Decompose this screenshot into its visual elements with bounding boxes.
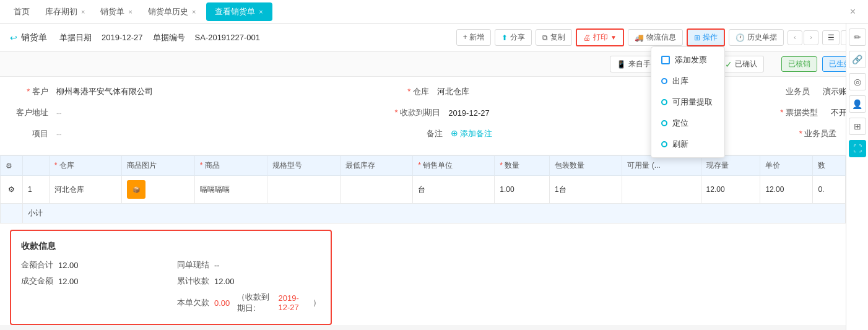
next-arrow[interactable]: › [804,30,818,45]
row-warehouse[interactable]: 河北仓库 [49,176,122,204]
refresh-menu-icon [661,141,667,147]
balance-due-label: 本单欠款 [177,297,209,308]
subtotal-settings [1,204,23,224]
outbound-icon [661,78,667,84]
close-inventory-init[interactable]: × [81,8,85,15]
edit-icon: ✏ [854,32,861,42]
history-button[interactable]: 🕐 历史单据 [729,29,784,46]
dropdown-outbound[interactable]: 出库 [651,71,724,92]
print-button[interactable]: 🖨 打印 ▼ [576,28,624,46]
tab-inventory-init[interactable]: 库存期初 × [38,0,93,24]
nav-arrows: ‹ › [788,30,818,45]
dropdown-refresh[interactable]: 刷新 [651,134,724,155]
date-label: 单据日期 [59,32,92,43]
doc-actions: + 新增 ⬆ 分享 ⧉ 复制 🖨 打印 ▼ 🚚 物流信息 ⊞ [456,28,858,46]
doc-header: ↩ 销货单 单据日期 2019-12-27 单据编号 SA-20191227-0… [0,24,868,52]
add-invoice-icon [661,56,670,64]
accumulated-payment-label: 累计收款 [177,276,209,287]
subtotal-label: 小计 [23,204,846,224]
info-section: 收款信息 金额合计 12.00 同单现结 -- 成交金额 12.00 累计收款 … [10,230,332,325]
table-wrapper: ⚙ 仓库 商品图片 商品 规格型号 最低库存 销售单位 数量 包装数量 可用量 … [0,155,868,224]
balance-due-suffix: （收款到期日: [237,292,273,314]
address-field: 客户地址 -- [10,106,395,119]
close-view-sales[interactable]: × [259,8,263,15]
close-all-tabs[interactable]: × [844,6,862,17]
tab-home[interactable]: 首页 [6,0,38,24]
row-available[interactable] [622,176,701,204]
dropdown-available-qty[interactable]: 可用量提取 [651,92,724,113]
row-pack-qty[interactable]: 1台 [549,176,622,204]
warehouse-label: 仓库 [391,86,434,97]
col-sales-unit: 销售单位 [413,156,495,176]
ops-button[interactable]: ⊞ 操作 [687,28,725,46]
logistics-button[interactable]: 🚚 物流信息 [628,29,683,46]
project-value[interactable]: -- [53,128,404,141]
form-section: 客户 柳州粤港平安气体有限公司 仓库 河北仓库 业务员 演示账号 客户地址 --… [0,77,868,155]
row-quantity[interactable]: 1.00 [495,176,550,204]
form-row-2: 客户地址 -- 收款到期日 2019-12-27 票据类型 不开票 [10,105,858,120]
row-min-stock[interactable] [340,176,413,204]
confirm-btn[interactable]: ✓ 已确认 [718,56,764,72]
row-product[interactable]: 嗝嗝嗝嗝 [194,176,267,204]
customer-field: 客户 柳州粤港平安气体有限公司 [10,84,391,99]
row-sales-unit[interactable]: 台 [413,176,495,204]
sidebar-tag-icon[interactable]: ⊞ [849,118,866,135]
total-amount-value: 12.00 [58,261,79,270]
sidebar-expand-icon[interactable]: ⛶ [849,140,866,157]
col-quantity: 数量 [495,156,550,176]
prev-arrow[interactable]: ‹ [788,30,802,45]
info-total-amount: 金额合计 12.00 [21,259,165,271]
address-value[interactable]: -- [53,106,395,119]
new-button[interactable]: + 新增 [456,29,491,46]
row-unit-price[interactable]: 12.00 [760,176,813,204]
row-stock[interactable]: 12.00 [701,176,760,204]
action-row: 📱 来自手机 未开票 ✓ 已确认 已核销 已生效 [0,52,868,77]
info-same-settlement: 同单现结 -- [177,259,321,271]
row-image: 📦 [122,176,195,204]
row-more[interactable]: 0. [813,176,846,204]
close-sales-history[interactable]: × [192,8,196,15]
remark-field: 备注 ⊕ 添加备注 [404,126,799,141]
check-icon: ✓ [725,59,732,69]
remark-value[interactable]: ⊕ 添加备注 [448,126,799,141]
balance-due-end: ） [313,297,321,308]
row-spec[interactable] [267,176,341,204]
share-button[interactable]: ⬆ 分享 [495,29,532,46]
tab-sales-history[interactable]: 销货单历史 × [141,0,204,24]
main-area: ↩ 销货单 单据日期 2019-12-27 单据编号 SA-20191227-0… [0,24,868,325]
deal-amount-value: 12.00 [58,277,79,286]
dropdown-locate[interactable]: 定位 [651,113,724,134]
form-row-3: 项目 -- 备注 ⊕ 添加备注 业务员孟 -- [10,126,858,141]
list-view-btn[interactable]: ☰ [822,30,840,45]
sidebar-link-icon[interactable]: 🔗 [849,51,866,68]
payment-date-value[interactable]: 2019-12-27 [445,106,779,119]
ticket-label: 票据类型 [779,107,823,118]
col-image: 商品图片 [122,156,195,176]
info-balance-due: 本单欠款 0.00 （收款到期日: 2019-12-27 ） [177,292,321,314]
status-cancelled[interactable]: 已核销 [781,56,817,72]
date-value: 2019-12-27 [102,33,143,42]
customer-value[interactable]: 柳州粤港平安气体有限公司 [53,84,391,99]
table-header-row: ⚙ 仓库 商品图片 商品 规格型号 最低库存 销售单位 数量 包装数量 可用量 … [1,156,846,176]
dropdown-add-invoice[interactable]: 添加发票 [651,50,724,71]
accumulated-payment-value: 12.00 [214,277,235,286]
info-empty [21,292,165,314]
row-settings[interactable]: ⚙ [1,176,23,204]
sidebar-user-icon[interactable]: 👤 [849,95,866,113]
tab-view-sales[interactable]: 查看销货单 × [206,2,272,21]
ops-wrapper: ⊞ 操作 添加发票 出库 可用量提取 [687,28,725,46]
data-table: ⚙ 仓库 商品图片 商品 规格型号 最低库存 销售单位 数量 包装数量 可用量 … [0,155,846,224]
project-label: 项目 [10,128,53,139]
close-sales-order[interactable]: × [128,8,132,15]
subtotal-row: 小计 [1,204,846,224]
sidebar-circle-icon[interactable]: ◎ [849,73,866,90]
same-settlement-label: 同单现结 [177,259,209,271]
col-more: 数 [813,156,846,176]
tab-sales-order[interactable]: 销货单 × [93,0,140,24]
circle-icon: ◎ [854,77,861,87]
info-deal-amount: 成交金额 12.00 [21,276,165,287]
sidebar-edit-icon[interactable]: ✏ [849,28,866,46]
col-product: 商品 [194,156,267,176]
col-pack-qty: 包装数量 [549,156,622,176]
copy-button[interactable]: ⧉ 复制 [536,29,572,46]
